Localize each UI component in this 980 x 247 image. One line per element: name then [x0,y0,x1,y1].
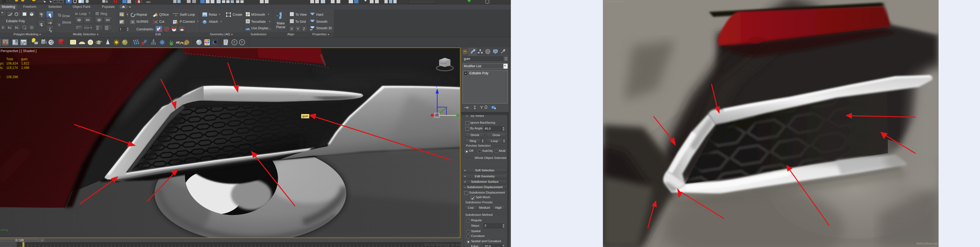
svg-text:NetCarShow.com: NetCarShow.com [916,242,937,245]
svg-text:Activate Windows: Activate Windows [424,237,460,237]
svg-text:gum: gum [302,114,308,118]
svg-text:ts:: ts: [0,66,3,70]
svg-text:30: 30 [310,29,312,30]
svg-text:106,824: 106,824 [6,61,18,65]
svg-text:119,174: 119,174 [6,66,18,70]
svg-text:RIGHT: RIGHT [440,63,446,64]
svg-text:NetCarShow.com: NetCarShow.com [605,0,624,3]
svg-text:108.296: 108.296 [6,75,18,79]
svg-text:HF: HF [176,41,180,44]
svg-text:ABC: ABC [146,1,151,3]
svg-text:1,822: 1,822 [21,61,29,65]
svg-text:y: y [6,228,8,231]
svg-text:Perspective ] [ Shaded ]: Perspective ] [ Shaded ] [0,49,37,53]
svg-text:?: ? [241,40,243,45]
svg-text:ys:: ys: [0,61,4,65]
svg-text::: : [0,75,1,79]
svg-text:z: z [436,85,438,88]
svg-text:gum: gum [21,57,27,61]
svg-text:2,496: 2,496 [21,66,29,70]
svg-text:Go to Settings to acti: Go to Settings to acti [424,242,461,247]
svg-text:?: ? [233,40,235,45]
svg-text:Total: Total [6,57,13,61]
svg-text:0x: 0x [184,43,186,45]
